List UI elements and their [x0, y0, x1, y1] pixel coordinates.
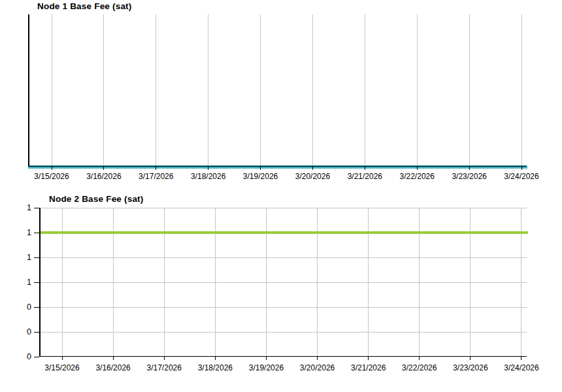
horizontal-gridline	[39, 332, 527, 333]
fee-charts-page: Node 1 Base Fee (sat) 3/15/20263/16/2026…	[0, 0, 562, 392]
y-tick	[34, 233, 39, 233]
x-tick-label: 3/16/2026	[78, 172, 130, 181]
vertical-gridline	[312, 14, 313, 167]
y-axis-line	[39, 208, 41, 357]
y-tick	[34, 332, 39, 333]
x-tick	[521, 167, 522, 170]
x-tick-label: 3/19/2026	[240, 363, 292, 372]
x-tick	[317, 357, 318, 360]
x-tick	[469, 167, 470, 170]
x-tick-label: 3/17/2026	[138, 363, 190, 372]
x-tick	[312, 167, 313, 170]
x-tick-label: 3/20/2026	[291, 363, 344, 372]
y-tick-label: 1	[9, 277, 31, 287]
y-tick-label: 1	[9, 227, 31, 238]
x-tick	[52, 167, 52, 170]
vertical-gridline	[365, 14, 365, 167]
vertical-gridline	[260, 14, 261, 167]
x-tick-label: 3/17/2026	[130, 172, 182, 181]
horizontal-gridline	[39, 257, 527, 258]
x-tick	[103, 167, 104, 170]
vertical-gridline	[103, 14, 104, 167]
x-tick-label: 3/21/2026	[339, 172, 391, 181]
x-tick-label: 3/24/2026	[495, 172, 548, 181]
x-tick-label: 3/24/2026	[495, 363, 548, 372]
y-axis-line	[28, 14, 29, 167]
vertical-gridline	[417, 14, 418, 167]
y-tick-label: 0	[9, 351, 31, 362]
chart-title-node1: Node 1 Base Fee (sat)	[37, 1, 132, 11]
plot-area-node1: 3/15/20263/16/20263/17/20263/18/20263/19…	[28, 14, 526, 167]
y-tick	[34, 257, 39, 258]
y-tick-label: 0	[9, 327, 31, 337]
horizontal-gridline	[39, 282, 527, 283]
y-tick-label: 1	[9, 203, 31, 213]
x-tick	[266, 357, 267, 360]
x-tick	[417, 167, 418, 170]
vertical-gridline	[52, 14, 52, 167]
x-tick	[521, 357, 521, 360]
y-tick	[34, 208, 39, 208]
x-tick-label: 3/21/2026	[342, 363, 395, 372]
x-tick-label: 3/16/2026	[87, 363, 139, 372]
x-tick	[365, 167, 365, 170]
x-tick	[419, 357, 420, 360]
x-tick	[113, 357, 114, 360]
y-tick	[34, 307, 39, 308]
x-tick-label: 3/18/2026	[189, 363, 241, 372]
y-tick	[34, 282, 39, 283]
horizontal-gridline	[39, 208, 527, 208]
x-tick	[260, 167, 261, 170]
x-tick-label: 3/23/2026	[444, 363, 497, 372]
x-tick	[215, 357, 216, 360]
y-tick	[34, 357, 39, 357]
x-axis-line	[28, 166, 526, 167]
x-tick	[368, 357, 369, 360]
vertical-gridline	[208, 14, 208, 167]
x-tick-label: 3/20/2026	[286, 172, 339, 181]
y-tick-label: 0	[9, 302, 31, 312]
series-line	[39, 231, 528, 234]
x-tick	[62, 357, 63, 360]
x-tick	[164, 357, 165, 360]
x-tick-label: 3/23/2026	[443, 172, 495, 181]
x-tick-label: 3/22/2026	[393, 363, 446, 372]
x-tick	[156, 167, 156, 170]
node1-base-fee-chart: Node 1 Base Fee (sat) 3/15/20263/16/2026…	[0, 0, 562, 189]
horizontal-gridline	[39, 307, 527, 308]
vertical-gridline	[156, 14, 156, 167]
vertical-gridline	[521, 14, 522, 167]
y-tick-label: 1	[9, 252, 31, 263]
plot-area-node2: 11110003/15/20263/16/20263/17/20263/18/2…	[39, 208, 527, 357]
vertical-gridline	[469, 14, 470, 167]
x-tick	[208, 167, 208, 170]
x-tick-label: 3/15/2026	[36, 363, 88, 372]
x-tick-label: 3/22/2026	[391, 172, 443, 181]
x-tick-label: 3/18/2026	[182, 172, 235, 181]
x-tick	[470, 357, 471, 360]
chart-title-node2: Node 2 Base Fee (sat)	[49, 194, 144, 204]
node2-base-fee-chart: Node 2 Base Fee (sat) 11110003/15/20263/…	[0, 189, 562, 392]
x-tick-label: 3/15/2026	[25, 172, 78, 181]
x-tick-label: 3/19/2026	[235, 172, 287, 181]
